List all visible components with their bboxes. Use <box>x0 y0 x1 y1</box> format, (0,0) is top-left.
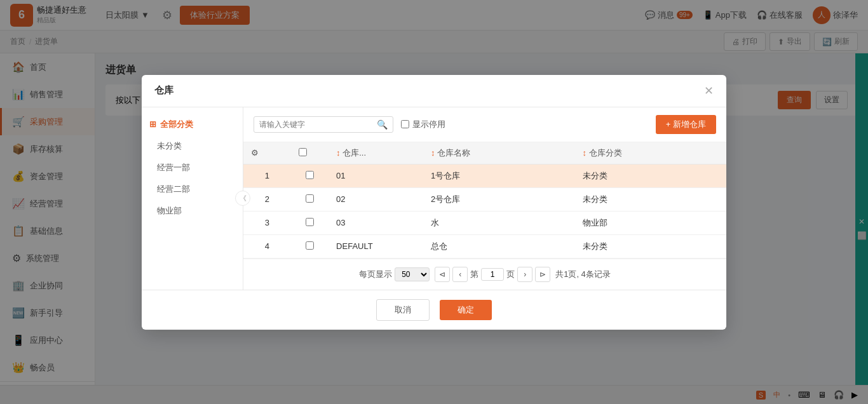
category-ops2[interactable]: 经营二部 <box>142 178 243 200</box>
modal-table-section: 🔍 显示停用 + 新增仓库 ⚙ <box>243 107 726 290</box>
all-categories-item[interactable]: ⊞ 全部分类 <box>142 114 243 135</box>
row-code-3: 03 <box>329 211 423 234</box>
sort-icon: ↕ <box>336 148 341 158</box>
warehouse-modal: 仓库 ✕ ⊞ 全部分类 未分类 经营一部 经营二部 物业部 《 <box>142 75 726 330</box>
page-size-select[interactable]: 每页显示 50 10 20 100 <box>359 267 430 281</box>
col-header-code[interactable]: ↕ 仓库... <box>329 142 423 165</box>
row-type-4: 未分类 <box>575 234 726 258</box>
col-type-label: 仓库分类 <box>589 148 622 158</box>
row-code-2: 02 <box>329 187 423 211</box>
modal-overlay: 仓库 ✕ ⊞ 全部分类 未分类 经营一部 经营二部 物业部 《 <box>0 0 868 404</box>
modal-title: 仓库 <box>154 84 173 97</box>
pagination: 每页显示 50 10 20 100 ⊲ ‹ 第 页 <box>243 259 726 290</box>
modal-category-sidebar: ⊞ 全部分类 未分类 经营一部 经营二部 物业部 《 <box>142 107 243 290</box>
row-no-2: 2 <box>243 187 291 211</box>
row-cb-1[interactable] <box>291 164 329 187</box>
row-name-3: 水 <box>423 211 574 234</box>
table-row[interactable]: 2 02 2号仓库 未分类 <box>243 187 726 211</box>
row-checkbox-3[interactable] <box>306 218 314 226</box>
per-page-label: 每页显示 <box>359 269 392 280</box>
pagination-summary: 共1页, 4条记录 <box>555 269 611 280</box>
page-nav: ⊲ ‹ 第 页 › ⊳ <box>435 267 550 282</box>
col-header-name[interactable]: ↕ 仓库名称 <box>423 142 574 165</box>
row-no-4: 4 <box>243 234 291 258</box>
row-cb-3[interactable] <box>291 211 329 234</box>
warehouse-table-wrap: ⚙ ↕ 仓库... ↕ 仓库名称 <box>243 142 726 259</box>
warehouse-table: ⚙ ↕ 仓库... ↕ 仓库名称 <box>243 142 726 259</box>
page-number-input[interactable] <box>481 268 504 281</box>
row-checkbox-4[interactable] <box>306 241 314 250</box>
cancel-button[interactable]: 取消 <box>376 299 430 321</box>
row-name-4: 总仓 <box>423 234 574 258</box>
row-cb-2[interactable] <box>291 187 329 211</box>
row-cb-4[interactable] <box>291 234 329 258</box>
modal-header: 仓库 ✕ <box>142 75 726 107</box>
select-all-checkbox[interactable] <box>299 148 307 156</box>
show-disabled-checkbox[interactable]: 显示停用 <box>401 119 445 130</box>
modal-footer: 取消 确定 <box>142 290 726 330</box>
search-box[interactable]: 🔍 <box>254 116 393 133</box>
category-property[interactable]: 物业部 <box>142 200 243 222</box>
row-type-3: 物业部 <box>575 211 726 234</box>
table-header: ⚙ ↕ 仓库... ↕ 仓库名称 <box>243 142 726 165</box>
modal-toolbar: 🔍 显示停用 + 新增仓库 <box>243 107 726 142</box>
col-header-settings[interactable]: ⚙ <box>243 142 291 165</box>
sort-icon-name: ↕ <box>431 148 435 158</box>
sidebar-collapse-btn[interactable]: 《 <box>235 191 250 206</box>
col-header-type[interactable]: ↕ 仓库分类 <box>575 142 726 165</box>
disabled-checkbox[interactable] <box>401 120 409 128</box>
row-type-2: 未分类 <box>575 187 726 211</box>
all-categories-label: 全部分类 <box>160 119 193 130</box>
page-unit: 页 <box>506 269 515 280</box>
search-input[interactable] <box>259 120 377 129</box>
prev-page-btn[interactable]: ‹ <box>452 267 468 282</box>
show-disabled-label: 显示停用 <box>412 119 445 130</box>
row-checkbox-2[interactable] <box>306 194 314 203</box>
row-no-3: 3 <box>243 211 291 234</box>
row-no-1: 1 <box>243 164 291 187</box>
add-warehouse-button[interactable]: + 新增仓库 <box>656 115 716 134</box>
first-page-btn[interactable]: ⊲ <box>435 267 450 282</box>
row-type-1: 未分类 <box>575 164 726 187</box>
col-name-label: 仓库名称 <box>437 148 470 158</box>
confirm-button[interactable]: 确定 <box>440 300 492 320</box>
row-name-2: 2号仓库 <box>423 187 574 211</box>
row-code-1: 01 <box>329 164 423 187</box>
search-icon[interactable]: 🔍 <box>377 119 388 130</box>
category-ops1[interactable]: 经营一部 <box>142 157 243 178</box>
col-code-label: 仓库... <box>342 148 366 158</box>
row-name-1: 1号仓库 <box>423 164 574 187</box>
page-word: 第 <box>470 269 478 280</box>
last-page-btn[interactable]: ⊳ <box>535 267 550 282</box>
table-body: 1 01 1号仓库 未分类 2 <box>243 164 726 258</box>
table-row[interactable]: 3 03 水 物业部 <box>243 211 726 234</box>
row-checkbox-1[interactable] <box>306 171 314 179</box>
sort-icon-type: ↕ <box>583 148 587 158</box>
row-code-4: DEFAULT <box>329 234 423 258</box>
table-row[interactable]: 4 DEFAULT 总仓 未分类 <box>243 234 726 258</box>
modal-close-button[interactable]: ✕ <box>704 84 714 98</box>
next-page-btn[interactable]: › <box>517 267 532 282</box>
table-row[interactable]: 1 01 1号仓库 未分类 <box>243 164 726 187</box>
category-unclassified[interactable]: 未分类 <box>142 135 243 157</box>
grid-icon: ⊞ <box>149 119 156 129</box>
modal-body: ⊞ 全部分类 未分类 经营一部 经营二部 物业部 《 🔍 <box>142 107 726 290</box>
col-header-checkbox[interactable] <box>291 142 329 165</box>
per-page-dropdown[interactable]: 50 10 20 100 <box>395 267 430 281</box>
